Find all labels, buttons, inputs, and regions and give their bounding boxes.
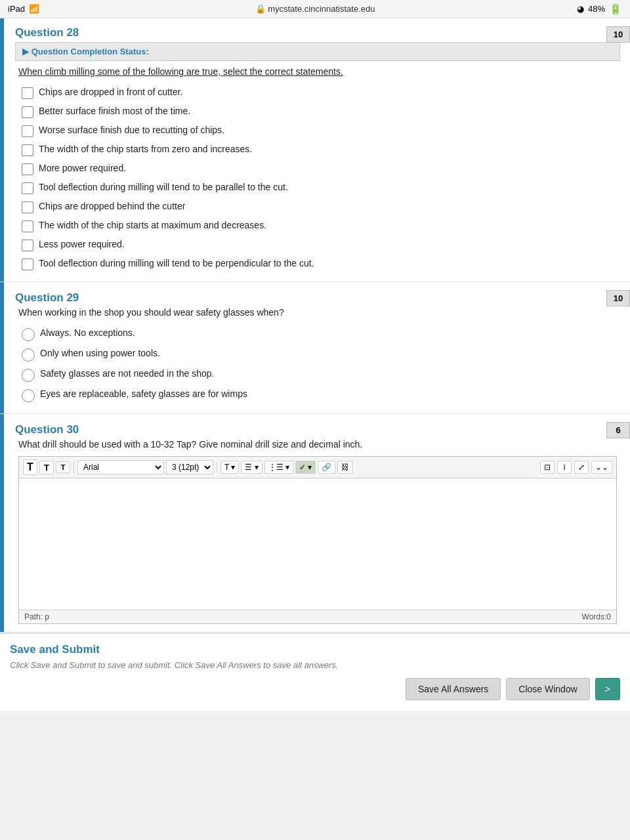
list-item: Safety glasses are not needed in the sho…: [22, 365, 614, 385]
question-29-section: Question 29 When working in the shop you…: [0, 282, 630, 414]
question-29-header: Question 29: [15, 291, 620, 304]
checkbox-28-3[interactable]: [22, 125, 33, 137]
rte-list-button[interactable]: ☰ ▾: [241, 461, 262, 474]
option-label: Less power required.: [39, 239, 125, 249]
rich-text-editor: T T T Arial Times New Roman Courier 3 (1…: [18, 456, 617, 624]
list-item: Better surface finish most of the time.: [22, 102, 614, 121]
question-28-section: Question 28 ▶ Question Completion Status…: [0, 18, 630, 282]
option-label: The width of the chip starts at maximum …: [39, 220, 266, 230]
list-item: Always. No exceptions.: [22, 324, 614, 345]
rte-fullscreen-button[interactable]: ⤢: [574, 461, 589, 474]
question-30-header: Question 30: [15, 423, 620, 436]
question-30-section: Question 30 What drill should be used wi…: [0, 414, 630, 633]
option-label: Always. No exceptions.: [40, 327, 135, 338]
option-label: Chips are dropped in front of cutter.: [39, 87, 182, 97]
rte-divider-1: [74, 461, 74, 473]
battery-label: 48%: [588, 4, 605, 14]
points-badge-28: 10: [606, 26, 630, 43]
question-28-header: Question 28: [15, 26, 620, 39]
completion-status-label: Question Completion Status:: [32, 47, 149, 56]
rte-bold-medium-button[interactable]: T: [39, 461, 54, 474]
status-bar-center: 🔒 mycstate.cincinnatistate.edu: [255, 4, 375, 14]
battery-icon: 🔋: [609, 3, 622, 15]
list-item: More power required.: [22, 159, 614, 178]
checkbox-28-5[interactable]: [22, 163, 33, 175]
option-label: Eyes are replaceable, safety glasses are…: [40, 388, 247, 399]
rte-body[interactable]: [19, 478, 616, 610]
list-item: Eyes are replaceable, safety glasses are…: [22, 385, 614, 406]
checkbox-28-9[interactable]: [22, 240, 33, 251]
teal-button[interactable]: >: [595, 678, 620, 700]
question-29-options: Always. No exceptions. Only when using p…: [15, 324, 620, 406]
option-label: Tool deflection during milling will tend…: [39, 258, 314, 268]
checkbox-28-10[interactable]: [22, 259, 33, 270]
option-label: The width of the chip starts from zero a…: [39, 144, 252, 154]
rte-info-button[interactable]: i: [557, 461, 572, 474]
main-content: Question 28 ▶ Question Completion Status…: [0, 18, 630, 711]
checkbox-28-1[interactable]: [22, 87, 33, 99]
option-label: Better surface finish most of the time.: [39, 106, 190, 116]
question-30-text: What drill should be used with a 10-32 T…: [15, 439, 620, 450]
lock-icon: 🔒: [255, 4, 266, 14]
rte-size-select[interactable]: 3 (12pt) 1 (8pt) 2 (10pt) 4 (14pt): [166, 460, 213, 474]
left-accent-30: [0, 414, 4, 632]
list-item: The width of the chip starts from zero a…: [22, 140, 614, 159]
radio-29-1[interactable]: [22, 328, 35, 341]
question-28-text: When climb milling some of the following…: [15, 66, 620, 77]
option-label: Only when using power tools.: [40, 348, 160, 358]
rte-toolbar: T T T Arial Times New Roman Courier 3 (1…: [19, 457, 616, 478]
save-all-answers-button[interactable]: Save All Answers: [406, 678, 501, 700]
list-item: Tool deflection during milling will tend…: [22, 178, 614, 198]
close-window-button[interactable]: Close Window: [506, 678, 589, 700]
option-label: Worse surface finish due to recutting of…: [39, 125, 224, 135]
list-item: Worse surface finish due to recutting of…: [22, 121, 614, 140]
checkbox-28-6[interactable]: [22, 182, 33, 194]
checkbox-28-2[interactable]: [22, 106, 33, 118]
option-label: Tool deflection during milling will tend…: [39, 182, 288, 192]
option-label: Chips are dropped behind the cutter: [39, 201, 185, 211]
save-submit-description: Click Save and Submit to save and submit…: [10, 660, 620, 670]
radio-29-2[interactable]: [22, 348, 35, 362]
save-submit-title: Save and Submit: [10, 643, 620, 656]
radio-29-4[interactable]: [22, 389, 35, 402]
checkbox-28-7[interactable]: [22, 201, 33, 213]
save-submit-section: Save and Submit Click Save and Submit to…: [0, 633, 630, 711]
status-bar-left: iPad 📶: [8, 4, 39, 14]
list-item: Tool deflection during milling will tend…: [22, 255, 614, 274]
status-bar-right: ◕ 48% 🔋: [577, 3, 622, 15]
wifi-icon: 📶: [29, 4, 39, 14]
status-bar: iPad 📶 🔒 mycstate.cincinnatistate.edu ◕ …: [0, 0, 630, 18]
left-accent-29: [0, 282, 4, 413]
option-label: Safety glasses are not needed in the sho…: [40, 368, 214, 379]
list-item: Less power required.: [22, 236, 614, 255]
rte-media-button[interactable]: ⊡: [540, 461, 555, 474]
checkbox-28-4[interactable]: [22, 144, 33, 156]
rte-indent-button[interactable]: ⋮☰ ▾: [264, 461, 293, 474]
rte-format-button[interactable]: T ▾: [220, 461, 239, 474]
rte-unlink-button[interactable]: ⛓: [337, 461, 353, 474]
completion-status-bar: ▶ Question Completion Status:: [15, 42, 620, 61]
rte-link-button[interactable]: 🔗: [318, 461, 335, 474]
question-29-text: When working in the shop you should wear…: [15, 307, 620, 318]
rte-toolbar-right: ⊡ i ⤢ ⌄⌄: [540, 461, 612, 474]
rte-words: Words:0: [582, 612, 611, 621]
points-badge-29: 10: [606, 290, 630, 306]
list-item: The width of the chip starts at maximum …: [22, 217, 614, 236]
rte-collapse-button[interactable]: ⌄⌄: [591, 461, 612, 474]
left-accent-28: [0, 18, 4, 282]
list-item: Chips are dropped behind the cutter: [22, 198, 614, 217]
rte-spellcheck-button[interactable]: ✓ ▾: [295, 461, 316, 474]
list-item: Only when using power tools.: [22, 345, 614, 365]
option-label: More power required.: [39, 163, 126, 173]
ipad-label: iPad: [8, 4, 25, 14]
checkbox-28-8[interactable]: [22, 220, 33, 232]
rte-bold-large-button[interactable]: T: [23, 459, 37, 475]
radio-29-3[interactable]: [22, 369, 35, 382]
rte-path: Path: p: [24, 612, 49, 621]
rte-font-select[interactable]: Arial Times New Roman Courier: [77, 460, 164, 474]
rte-bold-small-button[interactable]: T: [56, 461, 70, 473]
points-badge-30: 6: [606, 422, 630, 438]
url-display: mycstate.cincinnatistate.edu: [268, 4, 375, 14]
list-item: Chips are dropped in front of cutter.: [22, 83, 614, 102]
rte-statusbar: Path: p Words:0: [19, 610, 616, 623]
